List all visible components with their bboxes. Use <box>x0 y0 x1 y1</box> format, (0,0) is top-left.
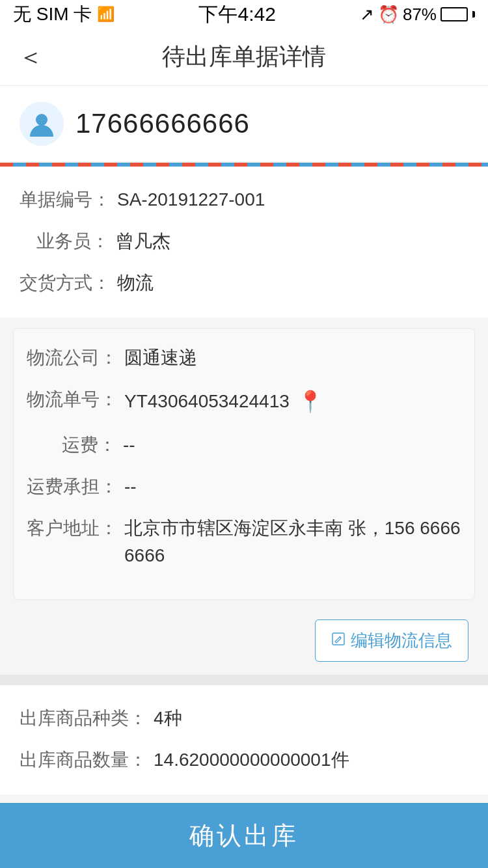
logistics-company-row: 物流公司： 圆通速递 <box>27 344 461 372</box>
svg-rect-1 <box>332 633 344 645</box>
avatar <box>20 102 64 146</box>
goods-types-label: 出库商品种类： <box>20 705 154 732</box>
logistics-company-value: 圆通速递 <box>124 344 461 372</box>
logistics-card: 物流公司： 圆通速递 物流单号： YT43064053424413 📍 运费： … <box>13 328 475 600</box>
order-info-section: 单据编号： SA-20191227-001 业务员： 曾凡杰 交货方式： 物流 <box>0 167 488 318</box>
tracking-number-value: YT43064053424413 📍 <box>124 386 461 417</box>
location-service-icon: ↗ <box>360 5 374 25</box>
confirm-button-label: 确认出库 <box>189 819 299 852</box>
address-label: 客户地址： <box>27 515 124 542</box>
order-number-value: SA-20191227-001 <box>117 186 468 213</box>
wifi-icon: 📶 <box>97 6 115 23</box>
section-divider <box>0 675 488 685</box>
edit-logistics-button[interactable]: 编辑物流信息 <box>315 619 468 662</box>
salesman-label: 业务员： <box>20 228 116 255</box>
goods-types-row: 出库商品种类： 4种 <box>20 705 468 732</box>
tracking-location-icon[interactable]: 📍 <box>297 386 323 417</box>
freight-label: 运费： <box>27 431 123 459</box>
nav-bar: ＜ 待出库单据详情 <box>0 29 488 86</box>
goods-types-value: 4种 <box>154 705 468 732</box>
goods-quantity-row: 出库商品数量： 14.620000000000001件 <box>20 746 468 774</box>
battery-icon <box>441 7 468 21</box>
carrier-text: 无 SIM 卡 <box>13 2 92 27</box>
status-left: 无 SIM 卡 📶 <box>13 2 115 27</box>
delivery-method-row: 交货方式： 物流 <box>20 269 468 297</box>
salesman-row: 业务员： 曾凡杰 <box>20 228 468 255</box>
page-title: 待出库单据详情 <box>162 41 326 73</box>
edit-icon <box>331 631 346 651</box>
battery-tip <box>472 11 475 18</box>
svg-point-0 <box>36 114 47 126</box>
alarm-icon: ⏰ <box>378 5 399 25</box>
logistics-company-label: 物流公司： <box>27 344 124 372</box>
order-number-label: 单据编号： <box>20 186 117 213</box>
freight-value: -- <box>123 431 461 459</box>
freight-bearer-label: 运费承担： <box>27 473 124 500</box>
status-time: 下午4:42 <box>198 1 275 28</box>
freight-bearer-row: 运费承担： -- <box>27 473 461 500</box>
edit-logistics-label: 编辑物流信息 <box>351 629 452 652</box>
freight-bearer-value: -- <box>124 473 461 500</box>
tracking-number-row: 物流单号： YT43064053424413 📍 <box>27 386 461 417</box>
customer-header: 17666666666 <box>0 86 488 161</box>
goods-quantity-label: 出库商品数量： <box>20 746 154 774</box>
avatar-icon <box>27 109 56 138</box>
status-right: ↗ ⏰ 87% <box>360 5 475 25</box>
salesman-value: 曾凡杰 <box>116 228 468 255</box>
status-bar: 无 SIM 卡 📶 下午4:42 ↗ ⏰ 87% <box>0 0 488 29</box>
freight-row: 运费： -- <box>27 431 461 459</box>
customer-phone: 17666666666 <box>75 108 250 139</box>
delivery-method-value: 物流 <box>117 269 468 297</box>
edit-logistics-section: 编辑物流信息 <box>0 613 488 675</box>
address-row: 客户地址： 北京市市辖区海淀区永丰南 张，156 6666 6666 <box>27 515 461 569</box>
battery-percent: 87% <box>403 5 437 25</box>
tracking-number-label: 物流单号： <box>27 386 124 413</box>
address-value: 北京市市辖区海淀区永丰南 张，156 6666 6666 <box>124 515 461 569</box>
confirm-button[interactable]: 确认出库 <box>0 803 488 868</box>
goods-section: 出库商品种类： 4种 出库商品数量： 14.620000000000001件 <box>0 685 488 794</box>
goods-quantity-value: 14.620000000000001件 <box>154 746 468 774</box>
back-button[interactable]: ＜ <box>18 40 43 74</box>
order-number-row: 单据编号： SA-20191227-001 <box>20 186 468 213</box>
delivery-method-label: 交货方式： <box>20 269 117 297</box>
